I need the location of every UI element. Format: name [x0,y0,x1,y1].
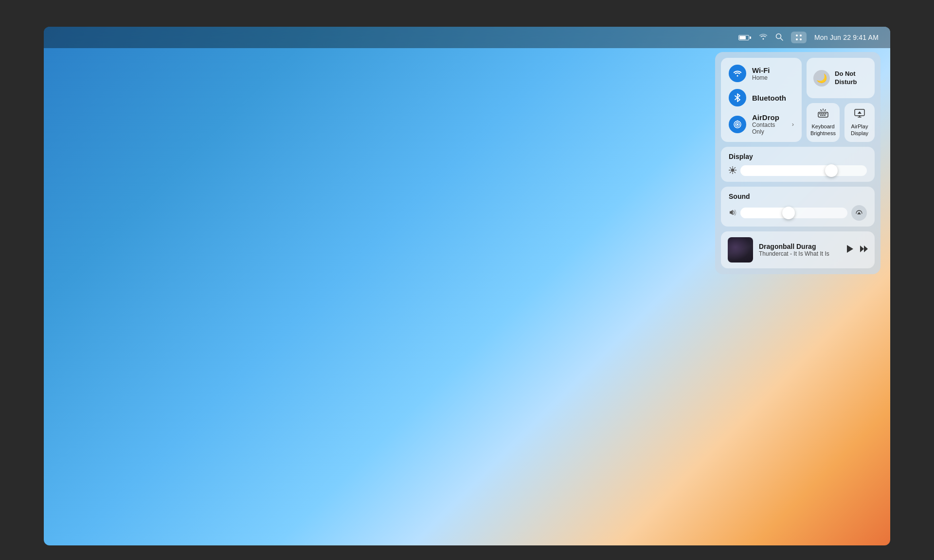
search-icon[interactable] [775,33,783,42]
svg-point-22 [731,168,735,172]
svg-point-3 [800,35,802,36]
svg-line-27 [730,167,731,168]
do-not-disturb-tile[interactable]: 🌙 Do Not Disturb [807,58,875,98]
wifi-item[interactable]: Wi-Fi Home [729,65,794,82]
control-center-panel: Wi-Fi Home Bluetooth [715,52,880,274]
keyboard-brightness-tile[interactable]: Keyboard Brightness [807,103,840,142]
keyboard-brightness-icon [817,108,829,121]
menubar-datetime: Mon Jun 22 9:41 AM [814,34,879,41]
airdrop-label: AirDrop [752,113,786,122]
volume-slider[interactable] [740,208,847,218]
svg-rect-14 [825,113,826,114]
battery-icon [738,35,751,40]
menubar-icons: Mon Jun 22 9:41 AM [738,32,879,43]
svg-point-4 [796,38,798,40]
now-playing-info: Dragonball Durag Thundercat - It Is What… [759,243,840,257]
skip-forward-button[interactable] [859,245,868,255]
now-playing-title: Dragonball Durag [759,243,840,250]
connectivity-tile: Wi-Fi Home Bluetooth [721,58,802,142]
right-column: 🌙 Do Not Disturb [807,58,875,142]
airplay-display-label: AirPlay Display [848,123,871,137]
airdrop-sublabel: Contacts Only [752,122,786,135]
screen: Mon Jun 22 9:41 AM [44,27,890,545]
svg-rect-13 [823,113,825,114]
volume-icon [729,209,736,217]
play-button[interactable] [845,244,854,256]
svg-rect-12 [821,113,823,114]
quick-tiles-row: Keyboard Brightness AirPl [807,103,875,142]
keyboard-brightness-label: Keyboard Brightness [810,123,836,137]
wifi-label: Wi-Fi [752,66,770,74]
wifi-toggle-icon [729,65,746,82]
svg-rect-11 [819,113,821,114]
display-title: Display [729,153,867,160]
do-not-disturb-label: Do Not Disturb [835,70,868,87]
airplay-audio-button[interactable] [851,205,867,221]
album-art [728,237,753,262]
svg-line-30 [730,172,731,173]
top-row: Wi-Fi Home Bluetooth [721,58,875,142]
menubar: Mon Jun 22 9:41 AM [44,27,890,48]
sound-section: Sound [721,187,875,227]
airdrop-item[interactable]: AirDrop Contacts Only › [729,113,794,135]
svg-line-20 [825,109,826,111]
svg-line-29 [735,167,736,168]
svg-point-8 [736,123,738,125]
svg-line-19 [821,109,822,111]
display-section: Display [721,147,875,182]
svg-point-2 [796,35,798,36]
wifi-sublabel: Home [752,74,770,81]
do-not-disturb-icon: 🌙 [813,70,830,87]
now-playing-artist: Thundercat - It Is What It Is [759,250,840,257]
svg-rect-15 [820,115,822,116]
macbook-frame: Mon Jun 22 9:41 AM [0,0,934,560]
svg-rect-17 [824,115,826,116]
bluetooth-label: Bluetooth [752,94,786,102]
airplay-display-tile[interactable]: AirPlay Display [844,103,875,142]
now-playing-tile: Dragonball Durag Thundercat - It Is What… [721,231,875,268]
bluetooth-text: Bluetooth [752,94,786,102]
brightness-slider[interactable] [740,165,867,176]
wifi-text: Wi-Fi Home [752,66,770,81]
album-art-inner [728,237,753,262]
now-playing-controls [845,244,868,256]
svg-line-1 [780,38,783,40]
airplay-display-icon [854,108,865,121]
wifi-icon [759,33,768,42]
svg-rect-16 [822,115,824,116]
brightness-slider-row [729,165,867,176]
bluetooth-icon [729,89,746,106]
brightness-icon [729,166,736,175]
airdrop-text: AirDrop Contacts Only [752,113,786,135]
svg-line-28 [735,172,736,173]
volume-slider-row [729,205,867,221]
control-center-button[interactable] [791,32,807,43]
svg-point-5 [800,38,802,40]
airdrop-chevron-icon: › [792,121,794,128]
bluetooth-item[interactable]: Bluetooth [729,89,794,106]
airdrop-icon [729,116,746,133]
sound-title: Sound [729,192,867,200]
